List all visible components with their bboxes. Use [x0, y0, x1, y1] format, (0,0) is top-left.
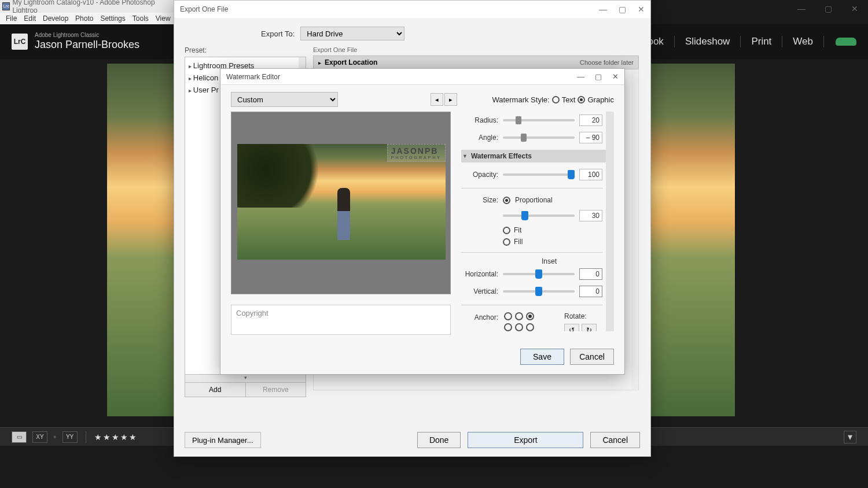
size-fit-radio[interactable]: [503, 227, 510, 234]
radius-slider[interactable]: [503, 119, 575, 121]
inset-v-value[interactable]: 0: [579, 286, 602, 297]
wm-preset-select[interactable]: Custom: [231, 92, 338, 107]
wm-style-label: Watermark Style:: [492, 95, 549, 104]
watermark-effects-header[interactable]: ▼ Watermark Effects: [461, 150, 606, 162]
menu-view[interactable]: View: [153, 13, 174, 24]
menu-tools[interactable]: Tools: [130, 13, 152, 24]
anchor-mr[interactable]: [526, 323, 534, 331]
rotate-cw-button[interactable]: ↻: [582, 324, 597, 331]
anchor-grid: [504, 312, 535, 331]
opacity-value[interactable]: 100: [579, 169, 602, 180]
anchor-mc[interactable]: [515, 323, 523, 331]
preset-add-button[interactable]: Add: [185, 383, 246, 397]
opacity-slider[interactable]: [503, 173, 575, 176]
menu-edit[interactable]: Edit: [21, 13, 39, 24]
wm-close-icon[interactable]: ✕: [612, 72, 619, 81]
size-label: Size:: [461, 196, 498, 204]
wm-watermark-overlay[interactable]: JASONPB PHOTOGRAPHY: [387, 144, 446, 162]
anchor-ml[interactable]: [504, 323, 512, 331]
menu-file[interactable]: File: [3, 13, 20, 24]
size-fill-radio[interactable]: [503, 238, 510, 246]
export-right-scrollbar[interactable]: [631, 69, 638, 390]
rating-stars[interactable]: ★★★★★: [94, 432, 138, 442]
survey-view-icon[interactable]: YY: [62, 431, 78, 443]
rotate-ccw-button[interactable]: ↺: [564, 324, 579, 331]
wm-preview-person: [337, 188, 350, 240]
size-slider[interactable]: [503, 215, 575, 217]
grid-view-icon[interactable]: ▭: [12, 431, 27, 443]
wm-style-text-radio[interactable]: [552, 96, 560, 103]
header-identity-plate: Jason Parnell-Brookes: [35, 39, 139, 51]
rotate-label: Rotate:: [564, 312, 597, 320]
section-title-text: Export Location: [325, 58, 377, 66]
preset-dropdown-caret[interactable]: ▾: [185, 375, 306, 383]
main-maximize-icon[interactable]: ▢: [815, 0, 841, 17]
export-to-label: Export To:: [261, 29, 295, 38]
menu-develop[interactable]: Develop: [40, 13, 71, 24]
wm-prev-button[interactable]: ◂: [431, 93, 443, 106]
inset-v-label: Vertical:: [461, 287, 498, 295]
size-value[interactable]: 30: [579, 210, 602, 221]
angle-slider[interactable]: [503, 136, 575, 139]
module-web[interactable]: Web: [782, 36, 824, 47]
watermark-editor-dialog: Watermark Editor — ▢ ✕ Custom ◂ ▸ Waterm…: [220, 68, 625, 375]
size-proportional-label: Proportional: [515, 196, 553, 204]
effects-header-text: Watermark Effects: [471, 152, 532, 160]
module-slideshow[interactable]: Slideshow: [675, 36, 741, 47]
export-to-select[interactable]: Hard Drive: [300, 27, 404, 40]
wm-logo-line1: JASONPB: [391, 146, 439, 156]
toolbar-expand-icon[interactable]: ▾: [844, 431, 856, 443]
export-maximize-icon[interactable]: ▢: [619, 5, 626, 14]
chevron-down-icon: ▼: [462, 153, 468, 159]
export-titlebar: Export One File — ▢ ✕: [174, 1, 650, 18]
angle-label: Angle:: [461, 134, 498, 142]
inset-h-value[interactable]: 0: [579, 268, 602, 280]
lightroom-logo: LrC: [12, 34, 28, 50]
compare-view-icon[interactable]: XY: [32, 431, 47, 443]
anchor-tl[interactable]: [504, 312, 512, 320]
module-print[interactable]: Print: [741, 36, 782, 47]
export-title: Export One File: [180, 5, 228, 13]
wm-preview-frame: JASONPB PHOTOGRAPHY: [231, 112, 451, 294]
wm-save-button[interactable]: Save: [520, 349, 564, 365]
app-titlebar: Lrc My Lightroom Catalog-v10 - Adobe Pho…: [0, 0, 174, 13]
preset-remove-button[interactable]: Remove: [246, 383, 306, 397]
wm-style-graphic-label: Graphic: [587, 95, 614, 104]
angle-value[interactable]: – 90: [579, 132, 602, 143]
export-button[interactable]: Export: [468, 432, 583, 448]
preset-label: Preset:: [185, 46, 306, 54]
wm-scroll-up-icon[interactable]: ▴: [606, 112, 614, 120]
wm-titlebar: Watermark Editor — ▢ ✕: [220, 69, 624, 85]
wm-maximize-icon[interactable]: ▢: [595, 72, 602, 81]
radius-value[interactable]: 20: [579, 114, 602, 126]
inset-label: Inset: [461, 257, 602, 265]
anchor-tr[interactable]: [526, 312, 534, 320]
size-fill-label: Fill: [514, 238, 523, 246]
main-close-icon[interactable]: ✕: [841, 0, 868, 17]
cloud-sync-icon[interactable]: [836, 38, 856, 46]
wm-minimize-icon[interactable]: —: [577, 72, 584, 81]
wm-cancel-button[interactable]: Cancel: [570, 349, 614, 365]
wm-style-graphic-radio[interactable]: [578, 96, 585, 103]
menu-settings[interactable]: Settings: [97, 13, 128, 24]
wm-next-button[interactable]: ▸: [444, 93, 457, 106]
done-button[interactable]: Done: [417, 432, 461, 448]
size-proportional-radio[interactable]: [503, 197, 510, 204]
menu-photo[interactable]: Photo: [72, 13, 96, 24]
chevron-right-icon: ▸: [318, 60, 321, 66]
inset-h-label: Horizontal:: [461, 270, 498, 278]
right-col-caption: Export One File: [313, 46, 639, 53]
wm-copyright-input[interactable]: Copyright: [231, 305, 451, 335]
wm-settings-scrollbar[interactable]: [606, 250, 614, 326]
export-location-section[interactable]: ▸ Export Location Choose folder later: [313, 56, 639, 69]
wm-scroll-down-icon[interactable]: ▾: [606, 323, 614, 331]
plugin-manager-button[interactable]: Plug-in Manager...: [185, 432, 261, 448]
main-minimize-icon[interactable]: —: [788, 0, 815, 17]
export-minimize-icon[interactable]: —: [599, 5, 607, 14]
inset-h-slider[interactable]: [503, 273, 575, 275]
inset-v-slider[interactable]: [503, 290, 575, 293]
app-menubar: File Edit Develop Photo Settings Tools V…: [0, 13, 174, 24]
export-cancel-button[interactable]: Cancel: [590, 432, 640, 448]
export-close-icon[interactable]: ✕: [638, 5, 645, 14]
anchor-tc[interactable]: [515, 312, 523, 320]
